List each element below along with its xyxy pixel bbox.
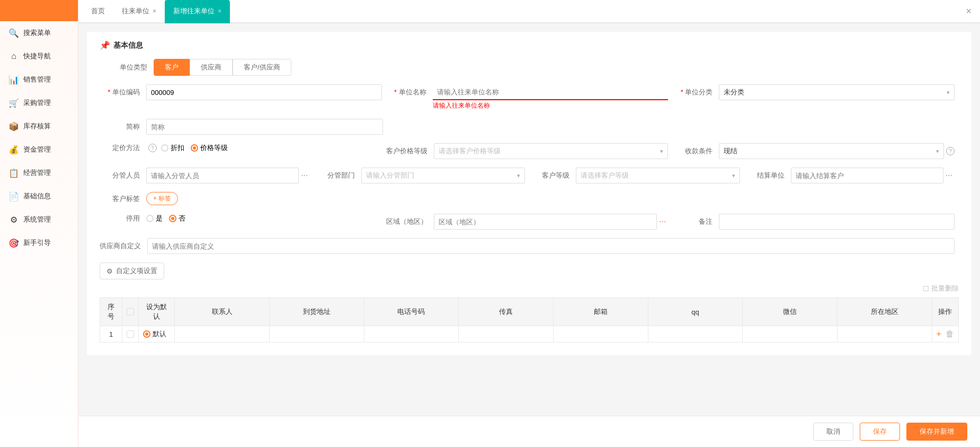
- cell-address[interactable]: [270, 326, 364, 343]
- btn-supplier[interactable]: 供应商: [190, 59, 233, 76]
- radio-yes-label: 是: [156, 214, 163, 223]
- cancel-button[interactable]: 取消: [813, 423, 853, 441]
- radio-discount[interactable]: 折扣: [161, 143, 184, 153]
- main-content: 首页 往来单位 × 新增往来单位 × × 📌 基本信息 单位类型 客户 供应商 …: [78, 0, 980, 447]
- sidebar-item-basic-info[interactable]: 📄 基础信息: [0, 185, 78, 208]
- table-header-row: 序号 设为默认 联系人 到货地址 电话号码 传真 邮箱 qq 微信 所在地区 操…: [100, 298, 959, 326]
- qq-input[interactable]: [653, 330, 738, 338]
- region-input[interactable]: [434, 214, 657, 230]
- address-input[interactable]: [274, 330, 360, 338]
- btn-customer[interactable]: 客户: [154, 59, 190, 76]
- sidebar-item-finance[interactable]: 💰 资金管理: [0, 138, 78, 161]
- field-manager: 分管人员 ···: [100, 168, 310, 183]
- wechat-input[interactable]: [747, 330, 833, 338]
- tab-partners-close[interactable]: ×: [153, 7, 156, 15]
- sidebar-item-label: 库存核算: [23, 121, 51, 131]
- col-actions: 操作: [932, 298, 958, 326]
- sidebar-item-label: 资金管理: [23, 145, 51, 154]
- cell-wechat[interactable]: [743, 326, 838, 343]
- col-checkbox: [122, 298, 139, 326]
- radio-yes[interactable]: 是: [146, 214, 163, 223]
- field-remark: 备注: [672, 214, 955, 230]
- customer-level-select[interactable]: 请选择客户等级 ▾: [576, 168, 740, 183]
- operations-icon: 📋: [8, 168, 19, 178]
- field-short-name: 简称: [100, 119, 383, 135]
- unit-category-select[interactable]: 未分类 ▾: [719, 84, 955, 100]
- cell-email[interactable]: [553, 326, 648, 343]
- sales-icon: 📊: [8, 74, 19, 85]
- department-placeholder: 请输入分管部门: [366, 171, 518, 180]
- col-email: 邮箱: [553, 298, 648, 326]
- email-input[interactable]: [558, 330, 644, 338]
- fax-input[interactable]: [463, 330, 549, 338]
- unit-type-row: 单位类型 客户 供应商 客户/供应商: [100, 59, 959, 76]
- payment-terms-help-icon[interactable]: ?: [946, 147, 955, 155]
- department-label: 分管部门: [315, 171, 357, 180]
- field-customer-tag: 客户标签 + 标签: [100, 192, 955, 205]
- col-phone: 电话号码: [364, 298, 459, 326]
- contact-input[interactable]: [179, 330, 265, 338]
- finance-icon: 💰: [8, 144, 19, 155]
- tab-home[interactable]: 首页: [83, 0, 113, 23]
- radio-price-level[interactable]: 价格等级: [191, 143, 228, 153]
- pricing-help-icon[interactable]: ?: [148, 144, 157, 152]
- field-unit-code: 单位编码: [100, 84, 382, 100]
- department-select[interactable]: 请输入分管部门 ▾: [361, 168, 525, 183]
- short-name-input[interactable]: [146, 119, 383, 135]
- payment-terms-select[interactable]: 现结 ▾: [719, 143, 944, 159]
- row-add-icon[interactable]: +: [937, 329, 941, 339]
- row-checkbox[interactable]: [127, 330, 134, 338]
- batch-delete-label[interactable]: 批量删除: [931, 284, 959, 293]
- unit-name-input[interactable]: [433, 84, 669, 100]
- custom-settings-button[interactable]: ⚙ 自定义项设置: [100, 262, 164, 279]
- unit-code-input[interactable]: [146, 84, 382, 100]
- pricing-radio-group: 折扣 价格等级: [161, 143, 228, 153]
- cell-qq[interactable]: [648, 326, 743, 343]
- cell-contact[interactable]: [175, 326, 270, 343]
- sidebar-item-label: 销售管理: [23, 75, 51, 84]
- close-all-tabs[interactable]: ×: [961, 6, 976, 17]
- tab-new-partner[interactable]: 新增往来单位 ×: [165, 0, 230, 23]
- row-delete-icon[interactable]: 🗑: [946, 329, 954, 339]
- tab-partners[interactable]: 往来单位 ×: [113, 0, 165, 23]
- settlement-unit-input[interactable]: [791, 168, 943, 183]
- cell-region[interactable]: [837, 326, 932, 343]
- sidebar-item-sales[interactable]: 📊 销售管理: [0, 68, 78, 91]
- customer-price-level-select[interactable]: 请选择客户价格等级 ▾: [434, 143, 669, 159]
- cell-phone[interactable]: [364, 326, 459, 343]
- cell-default: 默认: [139, 326, 175, 343]
- region-cell-input[interactable]: [842, 330, 928, 338]
- field-pricing-method: 定价方法 ? 折扣 价格等级: [100, 143, 382, 153]
- save-new-button[interactable]: 保存并新增: [906, 423, 967, 441]
- inventory-icon: 📦: [8, 121, 19, 132]
- row-default-radio[interactable]: 默认: [143, 329, 170, 339]
- select-all-checkbox[interactable]: [127, 308, 134, 315]
- sidebar-item-purchase[interactable]: 🛒 采购管理: [0, 91, 78, 115]
- supplier-custom-input[interactable]: [147, 238, 955, 254]
- purchase-icon: 🛒: [8, 98, 19, 108]
- manager-input[interactable]: [146, 168, 299, 183]
- save-button[interactable]: 保存: [860, 423, 900, 441]
- sidebar-item-inventory[interactable]: 📦 库存核算: [0, 115, 78, 138]
- payment-terms-value: 现结: [724, 146, 936, 156]
- region-ellipsis[interactable]: ···: [657, 217, 668, 226]
- search-icon: 🔍: [8, 28, 19, 38]
- manager-ellipsis[interactable]: ···: [299, 171, 310, 180]
- remark-input[interactable]: [719, 214, 955, 230]
- col-qq: qq: [648, 298, 743, 326]
- sidebar-item-quick-nav[interactable]: ⌂ 快捷导航: [0, 45, 78, 68]
- sidebar-item-search[interactable]: 🔍 搜索菜单: [0, 21, 78, 45]
- sidebar-item-label: 经营管理: [23, 168, 51, 178]
- sidebar-item-operations[interactable]: 📋 经营管理: [0, 161, 78, 185]
- radio-no[interactable]: 否: [169, 214, 185, 223]
- phone-input[interactable]: [369, 330, 455, 338]
- add-tag-button[interactable]: + 标签: [146, 192, 178, 205]
- sidebar-item-system[interactable]: ⚙ 系统管理: [0, 208, 78, 231]
- unit-name-label: 单位名称: [386, 87, 429, 97]
- tab-new-partner-close[interactable]: ×: [218, 7, 221, 15]
- cell-fax[interactable]: [459, 326, 554, 343]
- sidebar-item-guide[interactable]: 🎯 新手引导: [0, 231, 78, 255]
- settlement-unit-ellipsis[interactable]: ···: [943, 171, 955, 180]
- btn-both[interactable]: 客户/供应商: [233, 59, 291, 76]
- col-address: 到货地址: [270, 298, 364, 326]
